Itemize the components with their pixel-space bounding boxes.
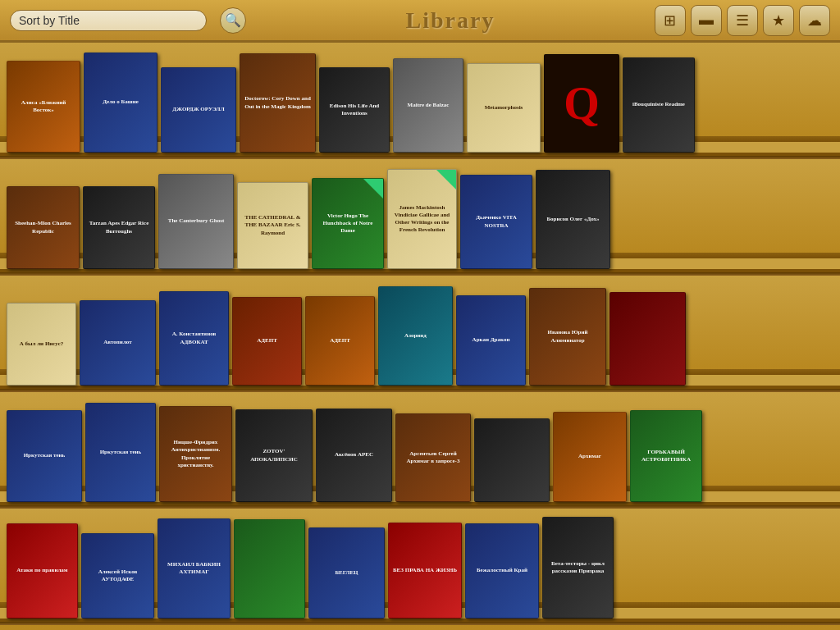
book-cover: THE CATHEDRAL & THE BAZAAR Eric S. Raymo… bbox=[237, 182, 308, 269]
book-cover: Алиса «Ближний Восток» bbox=[7, 61, 80, 153]
book-item[interactable]: Metamorphosis bbox=[467, 63, 541, 153]
search-button[interactable]: 🔍 bbox=[220, 7, 246, 34]
book-cover: Борисов Олег «Дох» bbox=[536, 170, 610, 269]
shelf-row-2: Sheehan-Mlon Charles RepublicTarzan Apes… bbox=[0, 159, 840, 276]
book-item[interactable]: iBouquiniste Readme bbox=[623, 57, 695, 153]
book-cover: А был ли Иисус? bbox=[7, 303, 76, 386]
book-item[interactable]: Doctorow: Cory Down and Out in the Magic… bbox=[240, 53, 316, 153]
list-view-button[interactable]: ☰ bbox=[727, 5, 758, 36]
book-item[interactable]: Иванова Юрий Алюминатор bbox=[529, 288, 606, 386]
book-item[interactable]: Иркутская тень bbox=[85, 403, 156, 502]
book-item[interactable]: Victor Hugo The Hunchback of Notre Dame bbox=[312, 178, 384, 269]
book-item[interactable]: АДЕПТ bbox=[305, 296, 375, 386]
book-cover: Аркан Дракон bbox=[456, 295, 526, 386]
book-item[interactable]: АДЕПТ bbox=[232, 297, 302, 386]
book-cover: Архимаг bbox=[553, 412, 627, 502]
book-cover: Иркутская тень bbox=[7, 410, 82, 502]
book-item[interactable]: Бежалостный Край bbox=[465, 523, 539, 619]
book-item[interactable]: Дело о Башне bbox=[84, 52, 158, 153]
sort-input[interactable] bbox=[19, 14, 167, 27]
book-cover: Арсентьев Сергей Архимаг в запросе-3 bbox=[395, 413, 471, 502]
book-item[interactable]: А был ли Иисус? bbox=[7, 303, 76, 386]
book-item[interactable]: Edison His Life And Inventions bbox=[319, 67, 390, 153]
book-cover: Maitre de Balzac bbox=[393, 58, 463, 153]
book-item[interactable]: The Canterbury Ghost bbox=[158, 174, 234, 269]
book-item[interactable]: ДЖОРДЖ ОРУЭЛЛ bbox=[161, 67, 236, 153]
book-cover: Metamorphosis bbox=[467, 63, 541, 153]
book-cover: АДЕПТ bbox=[305, 296, 375, 386]
book-item[interactable]: Алиса «Ближний Восток» bbox=[7, 61, 80, 153]
book-item[interactable]: ZOTOV' АПОКАЛИПСИС bbox=[235, 409, 313, 502]
book-cover: Victor Hugo The Hunchback of Notre Dame bbox=[312, 178, 384, 269]
toolbar-right: ⊞ ▬ ☰ ★ ☁ bbox=[655, 5, 830, 36]
book-cover: Doctorow: Cory Down and Out in the Magic… bbox=[240, 53, 316, 153]
cloud-button[interactable]: ☁ bbox=[799, 5, 830, 36]
book-item[interactable]: Maitre de Balzac bbox=[393, 58, 463, 153]
book-item[interactable] bbox=[234, 519, 305, 619]
book-item[interactable]: Борисов Олег «Дох» bbox=[536, 170, 610, 269]
book-cover: Атаки по правилам bbox=[7, 523, 78, 619]
book-cover: James Mackintosh Vindiciae Gallicae and … bbox=[387, 169, 457, 269]
book-cover: Иркутская тень bbox=[85, 403, 156, 502]
book-item[interactable]: James Mackintosh Vindiciae Gallicae and … bbox=[387, 169, 457, 269]
favorites-button[interactable]: ★ bbox=[763, 5, 794, 36]
book-item[interactable]: Sheehan-Mlon Charles Republic bbox=[7, 186, 80, 269]
book-cover: Ницше-Фридрих Антихристианизм. Проклятие… bbox=[159, 406, 232, 502]
book-item[interactable] bbox=[609, 292, 686, 386]
search-icon: 🔍 bbox=[225, 12, 241, 28]
book-item[interactable]: Q bbox=[544, 54, 619, 153]
book-item[interactable]: А. Константинов АДВОКАТ bbox=[159, 291, 229, 386]
book-cover: Edison His Life And Inventions bbox=[319, 67, 390, 153]
book-item[interactable]: Бета-тесторы - цикл рассказов Призрака bbox=[542, 517, 614, 619]
book-cover: Tarzan Apes Edgar Rice Burroughs bbox=[83, 186, 155, 269]
book-item[interactable]: Иркутская тень bbox=[7, 410, 82, 502]
shelf-row-1: Алиса «Ближний Восток»Дело о БашнеДЖОРДЖ… bbox=[0, 43, 840, 159]
book-cover: Автопилот bbox=[80, 300, 156, 386]
book-item[interactable]: ГОРЬКАВЫЙ АСТРОБИТНИКА bbox=[630, 410, 702, 502]
grid-view-button[interactable]: ⊞ bbox=[655, 5, 686, 36]
book-cover: ГОРЬКАВЫЙ АСТРОБИТНИКА bbox=[630, 410, 702, 502]
book-item[interactable]: Атаки по правилам bbox=[7, 523, 78, 619]
app-container: 🔍 Library ⊞ ▬ ☰ ★ ☁ Алиса «Ближний Восто… bbox=[0, 0, 840, 630]
sort-input-wrap[interactable] bbox=[10, 10, 207, 31]
book-cover: Азоринд bbox=[378, 286, 453, 386]
star-icon: ★ bbox=[772, 11, 785, 30]
panel-view-button[interactable]: ▬ bbox=[691, 5, 722, 36]
book-item[interactable]: Аркан Дракон bbox=[456, 295, 526, 386]
book-item[interactable]: Автопилот bbox=[80, 300, 156, 386]
book-cover: МИХАИЛ БАБКИН АХТИМАГ bbox=[158, 518, 231, 619]
book-item[interactable]: Алексей Исков АУТОДАФЕ bbox=[81, 533, 154, 619]
book-item[interactable]: Азоринд bbox=[378, 286, 453, 386]
book-cover: Дело о Башне bbox=[84, 52, 158, 153]
header: 🔍 Library ⊞ ▬ ☰ ★ ☁ bbox=[0, 0, 840, 43]
book-item[interactable]: THE CATHEDRAL & THE BAZAAR Eric S. Raymo… bbox=[237, 182, 308, 269]
book-cover: БЕГЛЕЦ bbox=[308, 527, 385, 619]
book-cover: Дьяченко VITA NOSTRA bbox=[460, 175, 532, 269]
book-item[interactable]: МИХАИЛ БАБКИН АХТИМАГ bbox=[158, 518, 231, 619]
book-item[interactable] bbox=[474, 418, 550, 502]
book-item[interactable]: Арсентьев Сергей Архимаг в запросе-3 bbox=[395, 413, 471, 502]
list-icon: ☰ bbox=[736, 11, 749, 30]
book-cover: Аксёнов АРЕС bbox=[316, 409, 392, 502]
book-item[interactable]: Аксёнов АРЕС bbox=[316, 409, 392, 502]
shelf-row-5: Атаки по правиламАлексей Исков АУТОДАФЕМ… bbox=[0, 509, 840, 625]
book-cover: АДЕПТ bbox=[232, 297, 302, 386]
book-cover bbox=[609, 292, 686, 386]
book-item[interactable]: БЕГЛЕЦ bbox=[308, 527, 385, 619]
book-cover: Бета-тесторы - цикл рассказов Призрака bbox=[542, 517, 614, 619]
bookshelf: Алиса «Ближний Восток»Дело о БашнеДЖОРДЖ… bbox=[0, 43, 840, 630]
shelf-row-4: Иркутская теньИркутская теньНицше-Фридри… bbox=[0, 392, 840, 509]
panel-icon: ▬ bbox=[699, 11, 714, 29]
shelf-row-3: А был ли Иисус?АвтопилотА. Константинов … bbox=[0, 276, 840, 392]
book-cover: Бежалостный Край bbox=[465, 523, 539, 619]
book-item[interactable]: БЕЗ ПРАВА НА ЖИЗНЬ bbox=[388, 523, 462, 619]
book-cover: ZOTOV' АПОКАЛИПСИС bbox=[235, 409, 313, 502]
grid-icon: ⊞ bbox=[664, 11, 676, 30]
book-cover: iBouquiniste Readme bbox=[623, 57, 695, 153]
book-item[interactable]: Дьяченко VITA NOSTRA bbox=[460, 175, 532, 269]
book-item[interactable]: Архимаг bbox=[553, 412, 627, 502]
book-item[interactable]: Tarzan Apes Edgar Rice Burroughs bbox=[83, 186, 155, 269]
book-item[interactable]: Ницше-Фридрих Антихристианизм. Проклятие… bbox=[159, 406, 232, 502]
book-cover: А. Константинов АДВОКАТ bbox=[159, 291, 229, 386]
book-cover bbox=[234, 519, 305, 619]
